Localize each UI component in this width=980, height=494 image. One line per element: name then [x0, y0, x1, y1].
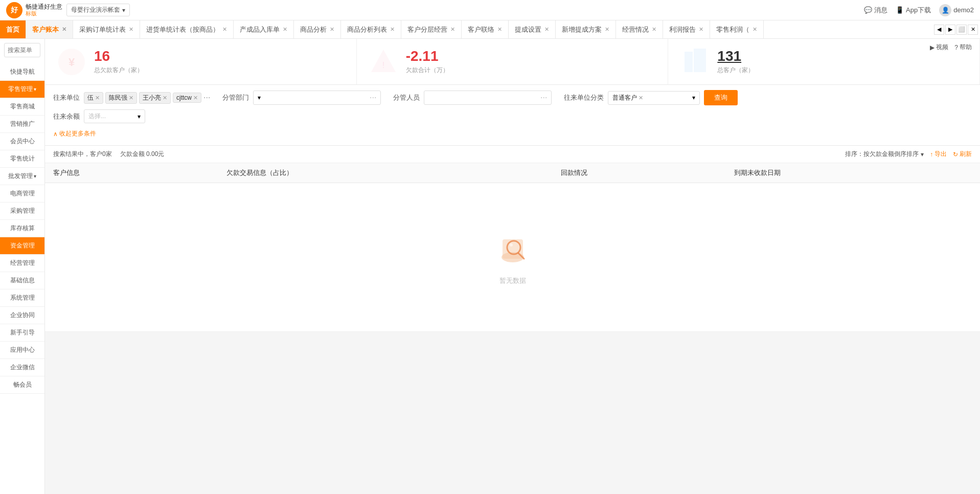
sidebar-item-retail-stats[interactable]: 零售统计 — [0, 150, 44, 168]
tab-product-analysis-list[interactable]: 商品分析列表 ✕ — [341, 20, 401, 38]
message-icon: 💬 — [864, 6, 872, 14]
tab-expand[interactable]: ⬜ — [956, 25, 967, 35]
close-icon[interactable]: ✕ — [497, 26, 502, 33]
search-result-count: 搜索结果中，客户0家 — [53, 150, 112, 159]
logo-icon: 好 — [6, 2, 22, 18]
tab-customer-capital[interactable]: 客户账本 ✕ — [26, 20, 73, 38]
tab-customer-contact[interactable]: 客户联络 ✕ — [462, 20, 509, 38]
tab-label: 采购订单统计表 — [79, 25, 126, 34]
query-button[interactable]: 查询 — [704, 90, 738, 105]
sidebar-item-marketing[interactable]: 营销推广 — [0, 116, 44, 133]
tab-promotion-settings[interactable]: 提成设置 ✕ — [509, 20, 556, 38]
close-icon[interactable]: ✕ — [62, 26, 66, 33]
close-icon[interactable]: ✕ — [450, 26, 455, 33]
close-icon[interactable]: ✕ — [699, 26, 703, 33]
remove-tag-wu[interactable]: ✕ — [95, 95, 100, 101]
tab-retail-profit[interactable]: 零售利润（ ✕ — [710, 20, 764, 38]
stat-info-1: 16 总欠款客户（家） — [94, 49, 143, 75]
export-btn[interactable]: ↑ 导出 — [930, 150, 947, 159]
message-btn[interactable]: 💬 消息 — [864, 6, 887, 15]
video-help-btn[interactable]: ▶ 视频 — [930, 43, 948, 52]
close-icon[interactable]: ✕ — [605, 26, 609, 33]
main-content: ¥ 16 总欠款客户（家） ! -2.11 欠款合计 — [45, 39, 980, 494]
sidebar-item-enterprise-wechat[interactable]: 企业微信 — [0, 359, 44, 376]
chevron-icon: ▾ — [34, 86, 36, 92]
sidebar-item-inventory[interactable]: 库存核算 — [0, 220, 44, 237]
remove-unit-class[interactable]: ✕ — [639, 95, 643, 101]
tab-label: 产成品入库单 — [240, 25, 280, 34]
filter-tag-wang[interactable]: 王小亮 ✕ — [139, 92, 171, 104]
remove-tag-chen[interactable]: ✕ — [129, 95, 133, 101]
sidebar-item-retail-mall[interactable]: 零售商城 — [0, 98, 44, 116]
select-more-icon[interactable]: ··· — [370, 93, 376, 102]
chevron-icon: ▾ — [34, 173, 36, 179]
close-icon[interactable]: ✕ — [222, 26, 227, 33]
sidebar-item-enterprise-collab[interactable]: 企业协同 — [0, 307, 44, 324]
tab-scroll-left[interactable]: ◀ — [934, 25, 944, 35]
more-tags-btn[interactable]: ··· — [203, 93, 210, 102]
filter-tag-wu[interactable]: 伍 ✕ — [84, 92, 103, 104]
search-input[interactable] — [4, 43, 40, 57]
close-icon[interactable]: ✕ — [652, 26, 656, 33]
tab-home[interactable]: 首页 — [0, 20, 26, 38]
remove-tag-cjttcw[interactable]: ✕ — [193, 95, 198, 101]
close-icon[interactable]: ✕ — [544, 26, 549, 33]
filter-dept-select[interactable]: ▾ ··· — [253, 91, 381, 105]
avatar-icon: 👤 — [939, 4, 951, 16]
stat-icon-3 — [680, 48, 709, 76]
tab-customer-segment[interactable]: 客户分层经营 ✕ — [401, 20, 462, 38]
app-download-btn[interactable]: 📱 App下载 — [896, 6, 931, 15]
close-icon[interactable]: ✕ — [330, 26, 334, 33]
filter-tag-cjttcw[interactable]: cjttcw ✕ — [173, 93, 201, 103]
tab-new-promotion[interactable]: 新增提成方案 ✕ — [556, 20, 616, 38]
stat-info-3: 131 总客户（家） — [717, 49, 754, 75]
suite-selector[interactable]: 母婴行业演示帐套 ▾ — [66, 4, 130, 16]
sidebar-item-operation[interactable]: 经营管理 — [0, 255, 44, 272]
tab-label: 提成设置 — [515, 25, 541, 34]
close-icon[interactable]: ✕ — [283, 26, 287, 33]
stat-label-2: 欠款合计（万） — [406, 66, 449, 75]
tab-profit-report[interactable]: 利润报告 ✕ — [663, 20, 710, 38]
select-more-icon2[interactable]: ··· — [540, 93, 547, 102]
sidebar-item-purchase[interactable]: 采购管理 — [0, 203, 44, 220]
tab-purchase-order[interactable]: 采购订单统计表 ✕ — [73, 20, 140, 38]
refresh-btn[interactable]: ↻ 刷新 — [953, 150, 972, 159]
filter-label-unit-class: 往来单位分类 — [564, 93, 604, 102]
filter-tag-chen[interactable]: 陈民强 ✕ — [105, 92, 137, 104]
data-table: 客户信息 欠款交易信息（占比） 回款情况 到期未收款日期 — [45, 163, 980, 332]
tab-product-analysis[interactable]: 商品分析 ✕ — [294, 20, 341, 38]
filter-unit-class-select[interactable]: 普通客户 ✕ ▾ — [608, 91, 700, 105]
sidebar-item-basic-info[interactable]: 基础信息 — [0, 272, 44, 289]
sidebar-item-member[interactable]: 会员中心 — [0, 133, 44, 150]
sidebar-item-capital[interactable]: 资金管理 — [0, 237, 44, 255]
filter-manager-select[interactable]: ··· — [424, 91, 552, 105]
sidebar-item-wholesale[interactable]: 批发管理 ▾ — [0, 168, 44, 185]
sidebar-item-system[interactable]: 系统管理 — [0, 289, 44, 307]
filter-tag-normal[interactable]: 普通客户 ✕ — [612, 94, 643, 102]
close-icon[interactable]: ✕ — [390, 26, 395, 33]
close-icon[interactable]: ✕ — [753, 26, 757, 33]
col-debt-info: 欠款交易信息（占比） — [218, 163, 553, 183]
tab-product-inbound[interactable]: 产成品入库单 ✕ — [234, 20, 294, 38]
sort-label: 排序：按欠款金额倒序排序 — [845, 150, 919, 159]
sidebar-item-new-guide[interactable]: 新手引导 — [0, 324, 44, 342]
tab-inbound-stats[interactable]: 进货单统计表（按商品） ✕ — [140, 20, 234, 38]
tab-close-all[interactable]: ✕ — [968, 25, 978, 35]
sidebar-item-retail-mgmt[interactable]: 零售管理 ▾ — [0, 81, 44, 98]
help-btn[interactable]: ? 帮助 — [954, 43, 972, 52]
sort-selector[interactable]: 排序：按欠款金额倒序排序 ▾ — [845, 150, 924, 159]
debt-amount-total: 欠款金额 0.00元 — [120, 150, 165, 159]
sidebar-item-app-center[interactable]: 应用中心 — [0, 342, 44, 359]
user-avatar[interactable]: 👤 demo2 — [939, 4, 974, 16]
sidebar-quick-nav[interactable]: 快捷导航 — [0, 63, 44, 81]
tab-label: 客户分层经营 — [407, 25, 447, 34]
remove-tag-wang[interactable]: ✕ — [163, 95, 167, 101]
close-icon[interactable]: ✕ — [129, 26, 133, 33]
collapse-btn[interactable]: ∧ 收起更多条件 — [53, 129, 972, 138]
sidebar-item-vip-member[interactable]: 畅会员 — [0, 376, 44, 394]
tab-scroll-right[interactable]: ▶ — [945, 25, 955, 35]
filter-balance-select[interactable]: 选择... ▾ — [84, 109, 145, 123]
tab-business-status[interactable]: 经营情况 ✕ — [616, 20, 663, 38]
svg-text:!: ! — [382, 61, 384, 70]
sidebar-item-ecommerce[interactable]: 电商管理 — [0, 185, 44, 203]
